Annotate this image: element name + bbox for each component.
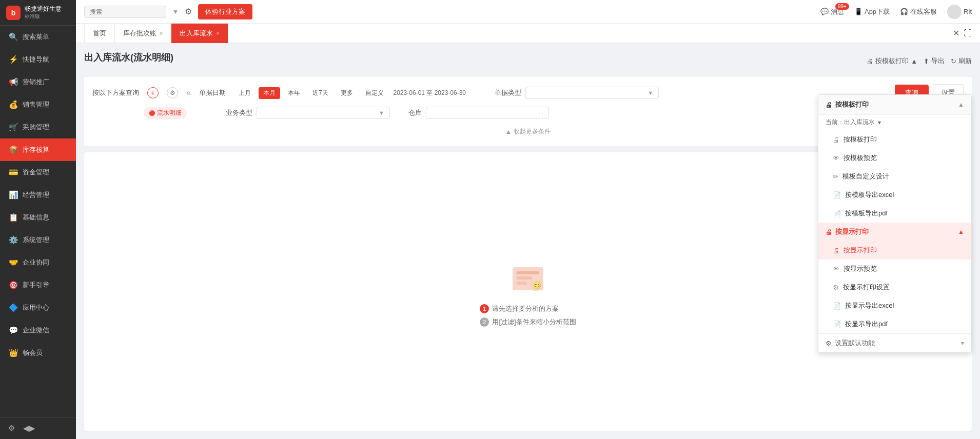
sidebar-item-system[interactable]: ⚙️ 系统管理 bbox=[0, 229, 76, 251]
dropdown-display-export-excel[interactable]: 📄 按显示导出excel bbox=[818, 296, 971, 315]
collapse-icon[interactable]: ◀▶ bbox=[23, 424, 35, 433]
sidebar-icon-vip: 👑 bbox=[8, 348, 18, 358]
sidebar-item-wechat[interactable]: 💬 企业微信 bbox=[0, 319, 76, 342]
sidebar-bottom: ⚙ ◀▶ bbox=[0, 417, 76, 439]
dropdown-template-export-excel[interactable]: 📄 按模板导出excel bbox=[818, 186, 971, 204]
sidebar-item-apps[interactable]: 🔷 应用中心 bbox=[0, 296, 76, 319]
warehouse-select[interactable]: ··· bbox=[426, 107, 549, 119]
dropdown-display-section[interactable]: 🖨 按显示打印 ▲ bbox=[818, 223, 971, 241]
date-prev-month[interactable]: 上月 bbox=[234, 87, 256, 99]
sidebar-label-vip: 畅会员 bbox=[23, 348, 43, 357]
date-last-7-days[interactable]: 近7天 bbox=[308, 87, 333, 99]
close-window-icon[interactable]: ✕ bbox=[953, 28, 959, 38]
sidebar-item-purchase[interactable]: 🛒 采购管理 bbox=[0, 116, 76, 138]
refresh-icon: ↻ bbox=[951, 57, 956, 65]
headset-icon: 🎧 bbox=[900, 8, 908, 15]
empty-step-2: 2 用[过滤]条件来缩小分析范围 bbox=[480, 317, 576, 327]
sidebar: b 畅捷通好生意 标准版 🔍 搜索菜单 ⚡ 快捷导航 📢 营销推广 💰 销售管理… bbox=[0, 0, 76, 439]
sidebar-item-sales[interactable]: 💰 销售管理 bbox=[0, 93, 76, 116]
header-gear-icon[interactable]: ⚙ bbox=[185, 7, 192, 16]
display-section-arrow-icon[interactable]: ▲ bbox=[958, 228, 964, 235]
dropdown-display-preview[interactable]: 👁 按显示预览 bbox=[818, 260, 971, 278]
maximize-window-icon[interactable]: ⛶ bbox=[964, 29, 972, 38]
sidebar-label-sales: 销售管理 bbox=[23, 100, 49, 109]
dropdown-template-preview[interactable]: 👁 按模板预览 bbox=[818, 149, 971, 167]
filter-section-label: 按以下方案查询 bbox=[92, 88, 139, 97]
sidebar-item-vip[interactable]: 👑 畅会员 bbox=[0, 342, 76, 364]
message-icon: 💬 bbox=[820, 8, 829, 15]
dropdown-header[interactable]: 🖨 按模板打印 ▲ bbox=[818, 95, 971, 115]
sidebar-item-basic[interactable]: 📋 基础信息 bbox=[0, 206, 76, 229]
search-dropdown-icon[interactable]: ▼ bbox=[172, 8, 179, 15]
sidebar-item-quick-nav[interactable]: ⚡ 快捷导航 bbox=[0, 48, 76, 71]
display-export-excel-icon: 📄 bbox=[833, 302, 841, 310]
online-service-button[interactable]: 🎧 在线客服 bbox=[900, 7, 937, 16]
refresh-button[interactable]: ↻ 刷新 bbox=[951, 56, 972, 66]
sidebar-item-inventory[interactable]: 📦 库存核算 bbox=[0, 138, 76, 161]
sidebar-item-finance[interactable]: 💳 资金管理 bbox=[0, 161, 76, 184]
industry-solution-button[interactable]: 体验行业方案 bbox=[198, 4, 252, 19]
svg-rect-1 bbox=[517, 271, 539, 274]
tab-home-label: 首页 bbox=[93, 29, 106, 38]
display-print-settings-icon: ⚙ bbox=[833, 284, 839, 291]
content-area: 出入库流水(流水明细) 🖨 按模板打印 ▲ ⬆ 导出 ↻ 刷新 bbox=[76, 43, 980, 439]
tab-home[interactable]: 首页 bbox=[84, 24, 115, 43]
export-button[interactable]: ⬆ 导出 bbox=[924, 56, 945, 66]
content-top-bar: 出入库流水(流水明细) 🖨 按模板打印 ▲ ⬆ 导出 ↻ 刷新 bbox=[84, 51, 972, 71]
date-custom[interactable]: 自定义 bbox=[361, 87, 388, 99]
tab-batch-account[interactable]: 库存批次账 × bbox=[115, 24, 171, 43]
dropdown-footer[interactable]: ⚙ 设置默认功能 ▾ bbox=[818, 333, 971, 352]
current-print-label: 当前：出入库流水 bbox=[826, 118, 875, 127]
sidebar-label-search-menu: 搜索菜单 bbox=[23, 32, 49, 42]
date-more[interactable]: 更多 bbox=[336, 87, 358, 99]
dropdown-display-print[interactable]: 🖨 按显示打印 bbox=[818, 241, 971, 260]
template-export-excel-icon: 📄 bbox=[833, 191, 841, 199]
filter-add-button[interactable]: + bbox=[147, 87, 159, 98]
collapse-up-icon: ▲ bbox=[505, 128, 512, 135]
warehouse-more-icon: ··· bbox=[539, 110, 543, 116]
search-input[interactable] bbox=[90, 8, 161, 15]
dropdown-template-print[interactable]: 🖨 按模板打印 bbox=[818, 130, 971, 149]
sidebar-label-inventory: 库存核算 bbox=[23, 145, 49, 154]
sidebar-item-operations[interactable]: 📊 经营管理 bbox=[0, 184, 76, 206]
sidebar-item-marketing[interactable]: 📢 营销推广 bbox=[0, 71, 76, 93]
date-this-month[interactable]: 本月 bbox=[259, 87, 280, 99]
dropdown-header-arrow-icon[interactable]: ▲ bbox=[958, 101, 964, 108]
sidebar-item-guide[interactable]: 🎯 新手引导 bbox=[0, 274, 76, 296]
header: ▼ ⚙ 体验行业方案 💬 消息 99+ 📱 App下载 🎧 在线客服 Rit bbox=[76, 0, 980, 24]
sidebar-item-search-menu[interactable]: 🔍 搜索菜单 bbox=[0, 26, 76, 48]
tab-in-out-flow[interactable]: 出入库流水 × bbox=[171, 24, 228, 43]
date-this-year[interactable]: 本年 bbox=[283, 87, 305, 99]
print-template-button[interactable]: 🖨 按模板打印 ▲ bbox=[867, 56, 917, 66]
empty-steps: 1 请先选择要分析的方案 2 用[过滤]条件来缩小分析范围 bbox=[480, 304, 576, 327]
sidebar-icon-cooperation: 🤝 bbox=[8, 257, 18, 268]
doc-type-arrow-icon: ▼ bbox=[648, 90, 653, 96]
message-button[interactable]: 💬 消息 99+ bbox=[820, 7, 844, 16]
page-title: 出入库流水(流水明细) bbox=[84, 51, 173, 64]
sidebar-item-cooperation[interactable]: 🤝 企业协同 bbox=[0, 251, 76, 274]
dropdown-template-export-pdf[interactable]: 📄 按模板导出pdf bbox=[818, 204, 971, 223]
doc-type-select[interactable]: ▼ bbox=[525, 87, 659, 99]
dropdown-template-custom[interactable]: ✏ 模板自定义设计 bbox=[818, 167, 971, 186]
sidebar-label-basic: 基础信息 bbox=[23, 213, 49, 222]
app-download-button[interactable]: 📱 App下载 bbox=[854, 7, 890, 16]
filter-collapse-button[interactable]: « bbox=[186, 88, 191, 97]
logo-icon: b bbox=[6, 6, 21, 20]
tab-in-out-flow-close[interactable]: × bbox=[216, 30, 219, 36]
dropdown-display-export-pdf[interactable]: 📄 按显示导出pdf bbox=[818, 315, 971, 333]
filter-tag-flow[interactable]: 🔴 流水明细 bbox=[144, 107, 187, 119]
header-right: 💬 消息 99+ 📱 App下载 🎧 在线客服 Rit bbox=[820, 5, 972, 19]
sidebar-icon-quick-nav: ⚡ bbox=[8, 54, 18, 65]
dropdown-display-print-settings[interactable]: ⚙ 按显示打印设置 bbox=[818, 278, 971, 296]
user-menu[interactable]: Rit bbox=[947, 5, 972, 19]
print-dropdown-menu: 🖨 按模板打印 ▲ 当前：出入库流水 ▾ 🖨 按模板打印 👁 按模板预览 ✏ 模… bbox=[818, 94, 972, 353]
settings-icon[interactable]: ⚙ bbox=[8, 424, 15, 433]
header-search-box[interactable] bbox=[84, 6, 166, 18]
business-type-select[interactable]: ▼ bbox=[257, 107, 390, 119]
tab-batch-account-close[interactable]: × bbox=[160, 30, 163, 36]
sidebar-icon-basic: 📋 bbox=[8, 212, 18, 223]
empty-step-1: 1 请先选择要分析的方案 bbox=[480, 304, 576, 313]
dropdown-current[interactable]: 当前：出入库流水 ▾ bbox=[818, 115, 971, 130]
filter-settings-button[interactable]: ⚙ bbox=[167, 87, 178, 98]
sidebar-icon-wechat: 💬 bbox=[8, 325, 18, 335]
